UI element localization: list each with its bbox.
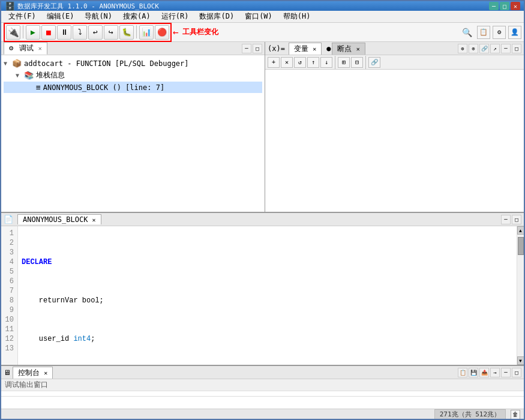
debug-panel-maximize[interactable]: □ [253,44,262,53]
code-line-2: returnVar bool; [22,296,513,305]
code-panel-minimize[interactable]: ─ [501,215,511,224]
tree-frame-item[interactable]: ≡ ANONYMOUS_BLOCK () [line: 7] [4,82,262,93]
toolbar-settings-btn[interactable]: ⚙ [493,26,506,39]
toolbar-right-icons: 🔍 📋 ⚙ 👤 [460,26,521,39]
toolbar-debug-toggle-btn[interactable]: 🐛 [119,25,134,40]
var-tab-variables[interactable]: 变量 ✕ [289,43,322,55]
bp-tab-prefix: ● [326,44,331,53]
var-toolbar-btn2[interactable]: ⊗ [469,44,478,53]
var-add-btn[interactable]: + [268,57,280,68]
menu-file[interactable]: 文件(F) [4,11,41,22]
var-panel: (x)= 变量 ✕ ● 断点 ✕ ⊕ ⊗ [265,42,524,212]
console-minimize-btn[interactable]: ─ [501,368,511,377]
close-button[interactable]: ✕ [511,2,520,10]
menu-nav[interactable]: 导航(N) [80,11,117,22]
status-icon[interactable]: 🗑 [511,410,520,419]
menu-database[interactable]: 数据库(D) [194,11,239,22]
var-toolbar-btn3[interactable]: 🔗 [479,44,489,53]
code-text-3a: user_id [22,334,73,344]
console-output-label: 调试输出窗口 [1,379,524,391]
console-panel: 🖥 控制台 ✕ 📋 💾 📤 → ─ □ 调试输出窗口 [1,366,524,409]
main-area: ⚙ 调试 ✕ ─ □ ▼ 📦 addtocart - FUNCTION [PL/ [1,42,524,409]
var-link-btn[interactable]: 🔗 [368,57,380,68]
code-content[interactable]: DECLARE returnVar bool; user_id int4; pr… [18,226,517,365]
code-tab-close[interactable]: ✕ [92,217,96,223]
code-tab-bar: 📄 ANONYMOUS_BLOCK ✕ ─ □ [1,213,524,226]
toolbar-pref-btn[interactable]: 📋 [477,26,490,39]
tree-root-item[interactable]: ▼ 📦 addtocart - FUNCTION [PL/SQL Debugge… [4,58,262,69]
var-expand-btn[interactable]: ⊞ [338,57,350,68]
code-tab-label: ANONYMOUS_BLOCK [23,215,88,224]
tree-root-icon: 📦 [12,59,22,68]
var-tab-var-close[interactable]: ✕ [313,46,316,52]
toolbar-step-out-btn[interactable]: ↪ [104,25,118,40]
console-input-field[interactable] [1,397,524,409]
scroll-down-btn[interactable]: ▼ [517,356,524,365]
line-numbers: 1 2 3 4 5 6 7 8 9 10 11 12 13 [1,226,18,365]
toolbar-stop-btn[interactable]: ■ [41,25,56,40]
scroll-thumb[interactable] [518,237,524,255]
var-tab-breakpoints[interactable]: 断点 ✕ [332,43,365,55]
title-bar-controls: ─ □ ✕ [489,2,520,10]
toolbar-bp-btn[interactable]: 🔴 [155,25,169,40]
menu-window[interactable]: 窗口(W) [240,11,277,22]
debug-panel-minimize[interactable]: ─ [242,44,251,53]
toolbar-connect-btn[interactable]: 🔌 [6,25,20,40]
tree-root-label: addtocart - FUNCTION [PL/SQL Debugger] [24,59,189,68]
code-tab-anonymous[interactable]: ANONYMOUS_BLOCK ✕ [17,214,101,224]
line-num-5: 5 [5,267,14,277]
debug-tab[interactable]: ⚙ 调试 ✕ [4,42,47,55]
console-tab-close[interactable]: ✕ [44,370,47,376]
minimize-button[interactable]: ─ [489,2,499,10]
var-panel-minimize[interactable]: ─ [501,44,511,53]
var-down-btn[interactable]: ↓ [320,57,332,68]
var-toolbar: + ✕ ↺ ↑ ↓ ⊞ ⊟ 🔗 [265,55,524,70]
console-tab[interactable]: 控制台 ✕ [13,367,53,379]
console-copy-btn[interactable]: 📋 [458,368,467,377]
var-up-btn[interactable]: ↑ [307,57,319,68]
console-save-btn[interactable]: 💾 [469,368,478,377]
line-num-4: 4 [5,257,14,267]
var-toolbar-btn1[interactable]: ⊕ [458,44,467,53]
var-refresh-btn[interactable]: ↺ [294,57,306,68]
line-num-11: 11 [5,325,14,334]
code-scrollbar[interactable]: ▲ ▼ [517,226,524,365]
var-separator [335,56,335,69]
var-tab-bar: (x)= 变量 ✕ ● 断点 ✕ ⊕ ⊗ [265,42,524,55]
console-input-area[interactable] [1,396,524,409]
debug-tab-close[interactable]: ✕ [38,45,42,52]
code-panel-controls: ─ □ [501,215,521,224]
code-text-3b: int4 [73,334,91,344]
tree-stack-item[interactable]: ▼ 📚 堆栈信息 [4,69,262,82]
toolbar-var-btn[interactable]: 📊 [139,25,154,40]
var-panel-controls: ⊕ ⊗ 🔗 ↗ ─ □ [458,44,521,53]
toolbar-user-btn[interactable]: 👤 [508,26,521,39]
code-kw-declare: DECLARE [22,257,52,267]
debug-tab-label: 调试 [19,44,34,52]
var-content [265,70,524,212]
menu-run[interactable]: 运行(R) [157,11,194,22]
var-toolbar-btn4[interactable]: ↗ [490,44,500,53]
search-icon[interactable]: 🔍 [460,26,475,38]
toolbar-separator-1 [23,25,23,38]
toolbar-run-btn[interactable]: ▶ [26,25,40,40]
var-collapse-btn[interactable]: ⊟ [351,57,363,68]
menu-edit[interactable]: 编辑(E) [42,11,79,22]
maximize-button[interactable]: □ [500,2,509,10]
var-del-btn[interactable]: ✕ [281,57,293,68]
scroll-up-btn[interactable]: ▲ [517,226,524,235]
toolbar-step-into-btn[interactable]: ↩ [88,25,103,40]
var-tab-bp-close[interactable]: ✕ [356,46,360,52]
var-panel-maximize[interactable]: □ [512,44,521,53]
console-arrow-btn[interactable]: → [490,368,500,377]
menu-search[interactable]: 搜索(A) [118,11,155,22]
console-maximize-btn[interactable]: □ [512,368,521,377]
menu-help[interactable]: 帮助(H) [278,11,316,22]
toolbar-pause-btn[interactable]: ⏸ [57,25,71,40]
code-panel-maximize[interactable]: □ [512,215,521,224]
toolbar-separator-2 [136,25,137,38]
app-icon: 🗄️ [5,1,15,11]
console-export-btn[interactable]: 📤 [479,368,489,377]
tree-stack-label: 堆栈信息 [36,70,65,80]
toolbar-step-over-btn[interactable]: ⤵ [73,25,87,40]
